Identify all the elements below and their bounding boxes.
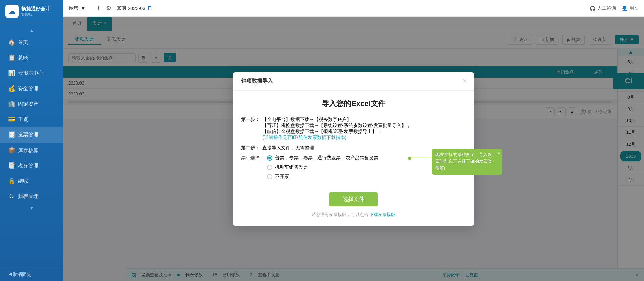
tooltip-close-button[interactable]: × [498, 150, 500, 155]
sidebar-item-label: 云报表中心 [18, 70, 43, 76]
sidebar-item-label: 归档管理 [18, 193, 38, 200]
home-icon: 🏠 [8, 39, 15, 46]
sidebar-item-settlement[interactable]: 🔒 结账 [0, 173, 63, 189]
tooltip-text: 现在支持的票种多了，导入发票时别忘了选择正确的发票类型呀! [435, 152, 492, 171]
settlement-icon: 🔒 [8, 177, 15, 185]
sidebar-item-funds[interactable]: 💰 资金管理 [0, 81, 63, 96]
app-logo-icon: ☁ [5, 5, 19, 18]
inventory-icon: 📦 [8, 147, 15, 154]
sidebar-item-assets[interactable]: 🏢 固定资产 [0, 96, 63, 112]
sidebar-item-ledger[interactable]: 📋 总账 [0, 50, 63, 65]
gear-icon[interactable]: ⚙ [106, 5, 111, 12]
funds-icon: 💰 [8, 85, 15, 92]
ticket-option-noinvoice: 不开票 [267, 174, 411, 180]
sidebar-item-label: 总账 [18, 55, 28, 61]
choose-file-button[interactable]: 选择文件 [329, 192, 378, 206]
sidebar-item-payroll[interactable]: 💳 工资 [0, 112, 63, 127]
ticket-selection: 票种选择： 普票，专票，卷票，通行费发票，农产品销售发票 现在支持的票 [241, 155, 466, 183]
window-controls: × □ [613, 0, 644, 17]
modal-section-title: 导入您的Excel文件 [241, 99, 466, 109]
radio-noinvoice[interactable] [267, 174, 272, 179]
step1-line3: 【航信】金税盘数据下载→【报税管理-发票数据导出】； [262, 129, 466, 135]
modal-overlay: 销项数据导入 × 导入您的Excel文件 第一步： 【全电平台】数据下载→【税务… [63, 17, 644, 281]
step2-label: 第二步： [241, 145, 260, 151]
consult-button[interactable]: 🎧 人工咨询 [590, 5, 616, 11]
step1-label: 第一步： [241, 117, 260, 141]
sidebar-item-home[interactable]: 🏠 首页 [0, 35, 63, 50]
sidebar-scroll-down[interactable]: ▼ [0, 204, 63, 213]
sidebar-item-cloud-report[interactable]: 📊 云报表中心 [0, 65, 63, 81]
topbar-divider [90, 5, 90, 12]
sidebar-item-archive[interactable]: 🗂 归档管理 [0, 189, 63, 204]
tax-icon: 📑 [8, 162, 15, 169]
close-window-button[interactable]: × [619, 4, 627, 12]
sidebar-item-label: 发票管理 [18, 132, 38, 138]
tooltip-bubble: 现在支持的票种多了，导入发票时别忘了选择正确的发票类型呀! × [432, 149, 502, 175]
tooltip-dot [408, 157, 411, 160]
sidebar-logo: ☁ 畅捷通好会计 旗舰版 [0, 0, 63, 23]
app-logo-text: 畅捷通好会计 旗舰版 [21, 6, 50, 17]
ticket-label: 票种选择： [241, 155, 264, 161]
sidebar-item-label: 税务管理 [18, 163, 38, 169]
ticket-option-motor: 机动车销售发票 [267, 164, 411, 170]
radio-general[interactable] [267, 155, 272, 161]
step1-content: 【全电平台】数据下载→【税务数字账户】； 【百旺】税控盘数据下载→【系统设置-系… [262, 117, 466, 141]
modal-footer: 若您没有发票模版，可以点击 下载发票模版 [241, 212, 466, 218]
archive-icon: 🗂 [8, 193, 15, 200]
sidebar-item-label: 结账 [18, 178, 28, 184]
ledger-icon: 📋 [8, 54, 15, 61]
headset-icon: 🎧 [590, 6, 595, 11]
maximize-window-button[interactable]: □ [631, 4, 639, 12]
assets-icon: 🏢 [8, 100, 15, 108]
ticket-option-general: 普票，专票，卷票，通行费发票，农产品销售发票 现在支持的票种多了，导入发票时别忘… [267, 155, 411, 161]
sidebar-item-label: 固定资产 [18, 101, 38, 107]
period-display: 账期 2023-03 🗓 [117, 5, 153, 11]
sidebar-scroll-up[interactable]: ▲ [0, 26, 63, 35]
sidebar-nav: ▲ 🏠 首页 📋 总账 📊 云报表中心 💰 资金管理 🏢 固定资产 💳 工资 🧾… [0, 23, 63, 268]
modal-body: 导入您的Excel文件 第一步： 【全电平台】数据下载→【税务数字账户】； 【百… [233, 91, 474, 226]
add-button[interactable]: + [97, 4, 101, 12]
topbar: 你您 ▼ + ⚙ 账期 2023-03 🗓 🎧 人工咨询 👤 用友 [63, 0, 644, 17]
sidebar-item-tax[interactable]: 📑 税务管理 [0, 158, 63, 173]
sidebar-item-invoice[interactable]: 🧾 发票管理 [0, 127, 63, 143]
sidebar-item-label: 库存核算 [18, 147, 38, 154]
tooltip-line [411, 157, 431, 157]
ticket-options: 普票，专票，卷票，通行费发票，农产品销售发票 现在支持的票种多了，导入发票时别忘… [267, 155, 411, 183]
step1-line2: 【百旺】税控盘数据下载→【系统设置-系统参数设置-发票批量导入】； [262, 123, 466, 129]
sidebar-item-label: 首页 [18, 39, 28, 46]
sidebar: ☁ 畅捷通好会计 旗舰版 ▲ 🏠 首页 📋 总账 📊 云报表中心 💰 资金管理 … [0, 0, 63, 281]
sidebar-cancel-pin[interactable]: ◀取消固定 [0, 268, 63, 281]
main-content: 首页 发票 × 销项发票 进项发票 📄 凭证 ⊕ 新增 [63, 17, 644, 281]
ticket-general-label: 普票，专票，卷票，通行费发票，农产品销售发票 [275, 155, 378, 161]
step1-row: 第一步： 【全电平台】数据下载→【税务数字账户】； 【百旺】税控盘数据下载→【系… [241, 117, 466, 141]
payroll-icon: 💳 [8, 116, 15, 123]
modal-header: 销项数据导入 × [233, 72, 474, 91]
step1-link-row: (详细操作见百旺/航信发票数据下载指南) [262, 135, 466, 141]
cloud-report-icon: 📊 [8, 69, 15, 77]
modal-close-button[interactable]: × [463, 78, 466, 85]
sidebar-item-inventory[interactable]: 📦 库存核算 [0, 143, 63, 158]
download-template-link[interactable]: 下载发票模版 [369, 212, 395, 217]
tooltip-anchor: 现在支持的票种多了，导入发票时别忘了选择正确的发票类型呀! × [408, 155, 411, 161]
chevron-down-icon: ▼ [80, 5, 86, 11]
sidebar-item-label: 资金管理 [18, 86, 38, 92]
sidebar-item-label: 工资 [18, 116, 28, 123]
ticket-motor-label: 机动车销售发票 [275, 164, 308, 170]
calendar-icon[interactable]: 🗓 [147, 5, 153, 11]
radio-motor[interactable] [267, 165, 272, 170]
import-modal: 销项数据导入 × 导入您的Excel文件 第一步： 【全电平台】数据下载→【税务… [233, 72, 474, 226]
company-selector[interactable]: 你您 ▼ [68, 5, 86, 11]
modal-title: 销项数据导入 [241, 78, 273, 85]
step1-line1: 【全电平台】数据下载→【税务数字账户】； [262, 117, 466, 123]
ticket-noinvoice-label: 不开票 [275, 174, 289, 180]
invoice-icon: 🧾 [8, 131, 15, 138]
guide-link[interactable]: (详细操作见百旺/航信发票数据下载指南) [262, 135, 346, 140]
